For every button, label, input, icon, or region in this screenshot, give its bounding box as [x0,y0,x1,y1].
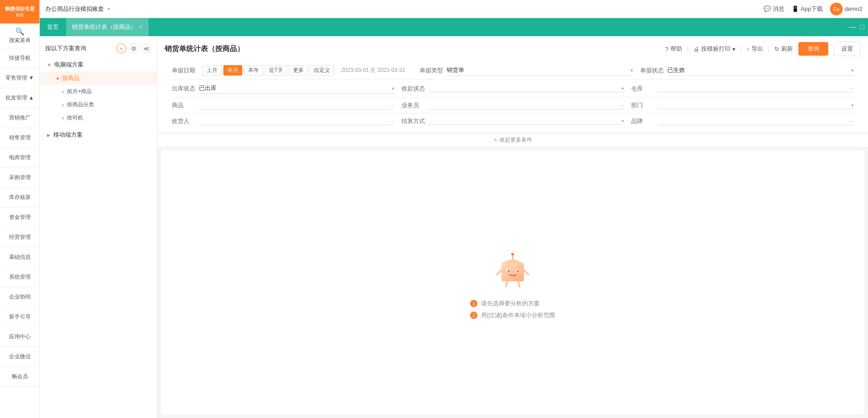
tab-home[interactable]: 首页 [40,18,66,36]
workspace-dropdown-icon[interactable]: ▾ [108,6,110,11]
warehouse-more-icon[interactable]: ··· [849,86,854,91]
tab-sales-report[interactable]: 销货单统计表（按商品） × [66,18,148,36]
date-btn-last-month[interactable]: 上月 [203,65,222,76]
message-btn[interactable]: 💬 消息 [764,5,784,13]
receipt-status-select[interactable]: ▾ [429,85,624,92]
goods-field: 商品 ··· [172,101,394,109]
query-btn[interactable]: 查询 [798,42,828,56]
sub-icon-goods-category: ≡ [61,102,64,108]
bill-type-select[interactable]: 销货单 ▾ [447,65,633,76]
print-btn[interactable]: 🖨 按模板打印 ▾ [693,45,736,53]
tab-minimize-btn[interactable]: — [849,23,856,31]
sidebar-item-member[interactable]: 畅会员 [0,367,39,387]
app-download-btn[interactable]: 📱 App下载 [792,5,823,13]
bill-type-field: 单据类型 销货单 ▾ [420,65,633,76]
receiver-more-icon[interactable]: ··· [390,119,394,124]
receiver-input-wrap[interactable]: ··· [198,118,394,125]
staff-more-icon[interactable]: ··· [620,103,624,108]
date-btn-this-year[interactable]: 本年 [244,65,263,76]
page-actions: ? 帮助 🖨 按模板打印 ▾ ↑ 导出 [665,42,861,56]
goods-more-icon[interactable]: ··· [390,103,394,108]
date-filter-label: 单据日期 [172,66,195,75]
divider1 [688,45,688,52]
filter-row-4: 收货人 ··· 结算方式 ▾ [172,114,854,129]
tree-desktop-parent[interactable]: ▼ 电脑端方案 [40,58,157,71]
warehouse-field: 仓库 ··· [631,85,854,93]
collapse-panel-btn[interactable]: ≪ [142,43,151,53]
tree-mobile-label: 移动端方案 [53,131,83,139]
svg-marker-1 [501,259,524,263]
warehouse-label: 仓库 [631,85,654,93]
sidebar-item-retail[interactable]: 零售管理 ▼ [0,68,39,88]
tree-child-goods-category[interactable]: ≡ 按商品分类 [40,98,157,111]
sidebar-item-wholesale[interactable]: 批发管理 ▲ [0,88,39,108]
gear-icon: ⚙ [131,45,137,52]
top-bar-right: 💬 消息 📱 App下载 Ea demo2 [764,3,863,15]
empty-illustration [490,245,535,290]
collapse-bar[interactable]: ∧ 收起更多条件 [157,133,868,147]
sidebar-item-basic[interactable]: 基础信息 [0,247,39,267]
help-btn[interactable]: ? 帮助 [665,45,682,53]
top-bar: 办公用品行业模拟账套 ▾ 💬 消息 📱 App下载 Ea demo2 [40,0,868,18]
brand-input-wrap[interactable]: ··· [657,118,854,125]
print-dropdown-icon[interactable]: ▾ [732,46,736,52]
panel-header-label: 按以下方案查询 [45,44,86,52]
sidebar-item-basic-label: 基础信息 [9,253,31,261]
add-scheme-btn[interactable]: + [116,43,126,53]
bill-status-select[interactable]: 已生效 ▾ [667,65,854,76]
bill-status-value: 已生效 [667,66,849,74]
settings-scheme-btn[interactable]: ⚙ [129,43,139,53]
tree-child-by-goods[interactable]: ● 按商品 [40,71,157,85]
sidebar-item-finance[interactable]: 资金管理 [0,208,39,228]
settle-select[interactable]: ▾ [429,118,624,125]
sidebar-item-search[interactable]: 🔍 搜索菜单 [0,24,39,48]
sidebar-item-system[interactable]: 系统管理 [0,267,39,287]
user-area[interactable]: Ea demo2 [830,3,863,15]
sidebar-item-inventory[interactable]: 库存核算 [0,188,39,208]
date-btn-more[interactable]: 更多 [289,65,308,76]
out-status-label: 出库状态 [172,85,195,93]
goods-label: 商品 [172,101,194,109]
tip2-text: 用[过滤]条件来缩小分析范围 [481,311,555,319]
sidebar-item-operations[interactable]: 经营管理 [0,228,39,247]
sidebar-item-purchase[interactable]: 采购管理 [0,168,39,188]
out-status-select[interactable]: 已出库 ▾ [199,83,394,94]
sidebar-item-enterprise[interactable]: 企业协同 [0,287,39,307]
refresh-label: 刷新 [781,45,793,53]
tab-close-btn[interactable]: × [139,24,142,30]
tree-mobile-parent[interactable]: ▶ 移动端方案 [40,128,157,142]
sidebar-item-quicknav[interactable]: 快捷导航 [0,48,39,68]
svg-line-11 [506,281,507,287]
dept-select[interactable]: ▾ [657,102,854,109]
staff-input-wrap[interactable]: ··· [428,102,624,109]
bill-status-arrow-icon: ▾ [851,68,854,73]
tree-child-month-goods[interactable]: ≡ 按月+商品 [40,85,157,98]
sidebar-item-sales[interactable]: 销售管理 [0,128,39,148]
avatar-text: Ea [834,6,840,12]
avatar: Ea [830,3,843,15]
sidebar-item-newguide[interactable]: 新手引导 [0,307,39,327]
sidebar-item-ecommerce[interactable]: 电商管理 [0,148,39,168]
receipt-status-arrow-icon: ▾ [622,86,624,91]
export-btn[interactable]: ↑ 导出 [747,45,764,53]
bill-status-field: 单据状态 已生效 ▾ [640,65,854,76]
brand-more-icon[interactable]: ··· [849,119,854,124]
tree-desktop-label: 电脑端方案 [54,61,84,69]
sidebar-item-appcenter[interactable]: 应用中心 [0,327,39,347]
goods-input-wrap[interactable]: ··· [198,102,394,109]
refresh-btn[interactable]: ↻ 刷新 [774,45,793,53]
help-icon: ? [665,46,668,52]
brand-field: 品牌 ··· [631,117,854,125]
sidebar-item-corpwechat[interactable]: 企业微信 [0,347,39,367]
date-btn-this-month[interactable]: 本月 [223,65,242,76]
sidebar-item-marketing[interactable]: 营销推广 [0,108,39,128]
date-btn-custom[interactable]: 自定义 [310,65,334,76]
tab-maximize-btn[interactable]: □ [860,23,864,31]
tree-child-driver[interactable]: ≡ 按司机 [40,111,157,124]
sidebar-item-member-label: 畅会员 [12,373,28,380]
date-btn-7days[interactable]: 近7天 [265,65,287,76]
collapse-icon: ≪ [143,45,150,52]
settings-btn[interactable]: 设置 [834,42,861,56]
warehouse-input-wrap[interactable]: ··· [657,85,854,92]
dept-field: 部门 ▾ [631,101,854,109]
